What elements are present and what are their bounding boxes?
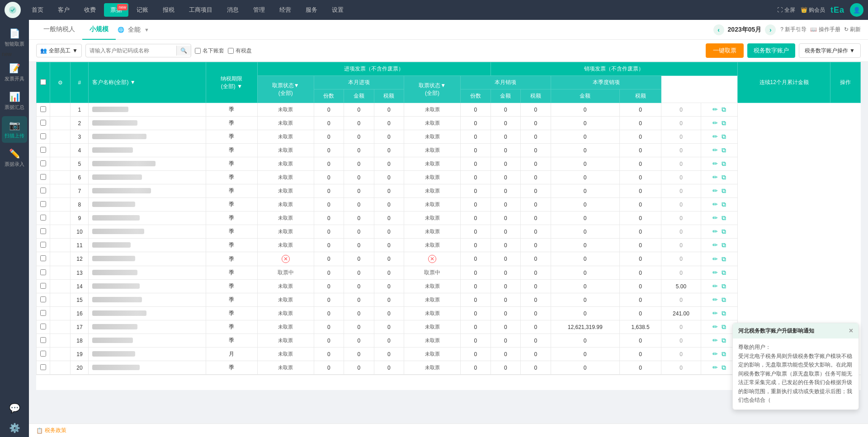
row-checkbox[interactable] <box>40 228 46 234</box>
row-copy-btn[interactable]: ⧉ <box>722 296 726 303</box>
th-tax-period[interactable]: 纳税期限(全部) ▼ <box>206 62 258 103</box>
nav-operation[interactable]: 经营 <box>273 3 297 17</box>
tax-digital-btn[interactable]: 税务数字账户 <box>747 43 795 58</box>
row-edit-btn[interactable]: ✏ <box>712 241 718 249</box>
row-checkbox[interactable] <box>40 160 46 166</box>
sidebar-item-scan[interactable]: 📷 扫描上传 <box>2 116 27 143</box>
row-copy-btn[interactable]: ⧉ <box>722 364 726 371</box>
row-copy-btn[interactable]: ⧉ <box>722 146 726 154</box>
nav-bookkeeping[interactable]: 记账 <box>130 3 155 17</box>
row-edit-btn[interactable]: ✏ <box>712 146 718 154</box>
sidebar-item-gear[interactable]: ⚙️ <box>2 419 27 437</box>
row-checkbox[interactable] <box>40 310 46 316</box>
row-edit-btn[interactable]: ✏ <box>712 310 718 317</box>
row-checkbox[interactable] <box>40 215 46 221</box>
search-input[interactable] <box>86 46 176 56</box>
employee-select[interactable]: 👥 全部员工 ▼ <box>36 44 82 57</box>
row-edit-btn[interactable]: ✏ <box>712 187 718 194</box>
nav-customer[interactable]: 客户 <box>52 3 76 17</box>
tab-general-taxpayer[interactable]: 一般纳税人 <box>36 20 82 40</box>
row-checkbox[interactable] <box>40 296 46 302</box>
sidebar-item-invoice-open[interactable]: 📝 发票开具 <box>2 59 27 86</box>
row-checkbox[interactable] <box>40 351 46 357</box>
row-edit-btn[interactable]: ✏ <box>712 269 718 276</box>
row-copy-btn[interactable]: ⧉ <box>722 323 726 330</box>
row-edit-btn[interactable]: ✏ <box>712 174 718 181</box>
manual-btn[interactable]: 📖 操作手册 <box>810 26 840 33</box>
vip-btn[interactable]: 👑 购会员 <box>801 6 825 14</box>
sidebar-item-ticket-entry[interactable]: ✏️ 票据录入 <box>2 145 27 171</box>
sidebar-item-chat[interactable]: 💬 <box>2 399 27 417</box>
row-edit-btn[interactable]: ✏ <box>712 201 718 208</box>
nav-fee[interactable]: 收费 <box>78 3 102 17</box>
row-checkbox[interactable] <box>40 120 46 126</box>
row-checkbox[interactable] <box>40 174 46 180</box>
row-copy-btn[interactable]: ⧉ <box>722 310 726 317</box>
nav-manage[interactable]: 管理 <box>247 3 271 17</box>
row-edit-btn[interactable]: ✏ <box>712 214 718 221</box>
nav-message[interactable]: 消息 <box>221 3 245 17</box>
period-next-btn[interactable]: › <box>765 24 776 35</box>
row-checkbox[interactable] <box>40 133 46 139</box>
row-copy-btn[interactable]: ⧉ <box>722 133 726 140</box>
row-checkbox[interactable] <box>40 201 46 207</box>
user-avatar[interactable]: 👤 <box>850 3 863 17</box>
row-edit-btn[interactable]: ✏ <box>712 282 718 290</box>
row-copy-btn[interactable]: ⧉ <box>722 119 726 127</box>
row-copy-btn[interactable]: ⧉ <box>722 106 726 113</box>
nav-invoice[interactable]: 票据 new <box>104 3 128 17</box>
row-checkbox[interactable] <box>40 283 46 289</box>
notification-close-btn[interactable]: × <box>849 327 853 335</box>
row-copy-btn[interactable]: ⧉ <box>722 228 726 235</box>
row-edit-btn[interactable]: ✏ <box>712 337 718 344</box>
row-edit-btn[interactable]: ✏ <box>712 323 718 330</box>
search-button[interactable]: 🔍 <box>176 46 191 56</box>
row-edit-btn[interactable]: ✏ <box>712 106 718 113</box>
th-in-status[interactable]: 取票状态▼(全部) <box>257 76 314 103</box>
row-edit-btn[interactable]: ✏ <box>712 133 718 140</box>
row-copy-btn[interactable]: ⧉ <box>722 350 726 357</box>
row-copy-btn[interactable]: ⧉ <box>722 201 726 208</box>
tax-policy-link[interactable]: 📋 税务政策 <box>36 427 66 434</box>
nav-tax[interactable]: 报税 <box>156 3 181 17</box>
row-copy-btn[interactable]: ⧉ <box>722 241 726 249</box>
row-checkbox[interactable] <box>40 364 46 370</box>
row-edit-btn[interactable]: ✏ <box>712 364 718 371</box>
row-checkbox[interactable] <box>40 337 46 343</box>
new-guide-btn[interactable]: ? 新手引导 <box>780 26 807 33</box>
row-edit-btn[interactable]: ✏ <box>712 119 718 127</box>
row-edit-btn[interactable]: ✏ <box>712 228 718 235</box>
has-tax-checkbox[interactable] <box>228 48 234 54</box>
underledger-checkbox-wrap[interactable]: 名下账套 <box>195 47 224 55</box>
row-checkbox[interactable] <box>40 242 46 248</box>
th-customer-name[interactable]: 客户名称(全部) ▼ <box>89 62 206 103</box>
nav-business[interactable]: 工商项目 <box>183 3 219 17</box>
row-edit-btn[interactable]: ✏ <box>712 255 718 263</box>
row-copy-btn[interactable]: ⧉ <box>722 269 726 276</box>
select-all-checkbox[interactable] <box>40 79 46 85</box>
sidebar-item-invoice-summary[interactable]: 📊 票据汇总 <box>2 88 27 114</box>
row-copy-btn[interactable]: ⧉ <box>722 160 726 167</box>
row-copy-btn[interactable]: ⧉ <box>722 174 726 181</box>
row-copy-btn[interactable]: ⧉ <box>722 187 726 194</box>
row-checkbox[interactable] <box>40 188 46 193</box>
nav-service[interactable]: 服务 <box>299 3 324 17</box>
tab-all-capable[interactable]: 🌐 全能 ▼ <box>116 26 149 34</box>
has-tax-checkbox-wrap[interactable]: 有税盘 <box>228 47 252 55</box>
row-copy-btn[interactable]: ⧉ <box>722 214 726 221</box>
row-checkbox[interactable] <box>40 106 46 112</box>
underledger-checkbox[interactable] <box>195 48 201 54</box>
refresh-btn[interactable]: ↻ 刷新 <box>844 26 861 33</box>
nav-home[interactable]: 首页 <box>25 3 50 17</box>
row-checkbox[interactable] <box>40 324 46 329</box>
period-prev-btn[interactable]: ‹ <box>713 24 724 35</box>
tax-digital-ops-btn[interactable]: 税务数字账户操作 ▼ <box>799 43 861 58</box>
one-key-ticket-btn[interactable]: 一键取票 <box>706 43 744 58</box>
row-checkbox[interactable] <box>40 255 46 261</box>
row-copy-btn[interactable]: ⧉ <box>722 255 726 263</box>
row-checkbox[interactable] <box>40 269 46 275</box>
row-checkbox[interactable] <box>40 147 46 153</box>
row-edit-btn[interactable]: ✏ <box>712 350 718 357</box>
row-edit-btn[interactable]: ✏ <box>712 296 718 303</box>
tab-small-scale[interactable]: 小规模 <box>82 20 116 40</box>
